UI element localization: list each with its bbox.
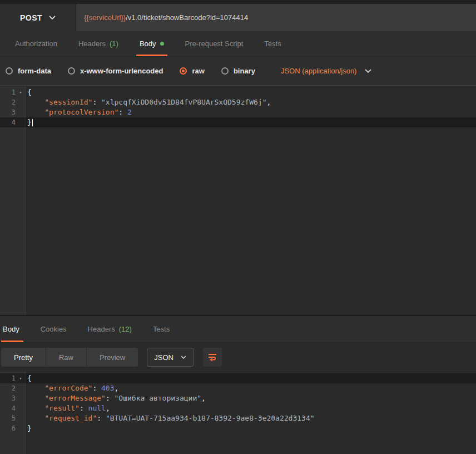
format-label: JSON bbox=[154, 353, 173, 362]
format-selector[interactable]: JSON bbox=[147, 348, 194, 367]
code-token: : bbox=[118, 108, 127, 116]
method-label: POST bbox=[20, 13, 42, 22]
code-token: , bbox=[115, 384, 119, 392]
text-cursor bbox=[32, 119, 33, 126]
code-token: : bbox=[92, 384, 101, 392]
code-line[interactable]: 6 } bbox=[0, 423, 476, 433]
request-body-editor[interactable]: 1 ▾ { 2 "sessionId": "xlpcqfXiOD0dv51D84… bbox=[0, 86, 476, 315]
code-line[interactable]: 5 "request_id": "BTUAT=UAT-715aa934-b187… bbox=[0, 413, 476, 423]
code-text: "errorMessage": "Ошибка авторизации", bbox=[26, 393, 206, 403]
fold-gutter bbox=[16, 403, 26, 413]
response-body-editor[interactable]: 1 ▾ { 2 "errorCode": 403, 3 "errorMessag… bbox=[0, 372, 476, 454]
code-token: null bbox=[88, 404, 106, 412]
line-number: 1 bbox=[0, 373, 16, 383]
tab-authorization[interactable]: Authorization bbox=[4, 31, 68, 56]
code-token: "errorMessage" bbox=[44, 394, 106, 402]
tab-label: Body bbox=[3, 325, 19, 333]
code-token: , bbox=[106, 404, 110, 412]
code-token: 2 bbox=[127, 108, 132, 116]
code-text: "errorCode": 403, bbox=[26, 383, 118, 393]
tab-label: Pre-request Script bbox=[185, 40, 244, 48]
tab-pre-request-script[interactable]: Pre-request Script bbox=[175, 31, 254, 56]
code-token: "request_id" bbox=[44, 414, 97, 422]
code-line[interactable]: 2 "sessionId": "xlpcqfXiOD0dv51D84fvP8UA… bbox=[0, 97, 476, 107]
url-path: /v1.0/ticket/showBarcode?id=1074414 bbox=[126, 13, 248, 22]
button-label: Preview bbox=[100, 353, 125, 362]
request-url-bar: POST {{serviceUrl}}/v1.0/ticket/showBarc… bbox=[0, 0, 476, 31]
content-type-label: JSON (application/json) bbox=[281, 67, 357, 75]
line-number: 4 bbox=[0, 403, 16, 413]
code-text: "protocolVersion": 2 bbox=[26, 107, 132, 117]
code-text: { bbox=[26, 87, 32, 97]
content-type-selector[interactable]: JSON (application/json) bbox=[281, 67, 372, 75]
radio-icon bbox=[68, 67, 75, 75]
code-text: } bbox=[26, 423, 32, 433]
code-line[interactable]: 4 "result": null, bbox=[0, 403, 476, 413]
body-type-bar: form-data x-www-form-urlencoded raw bina… bbox=[0, 57, 476, 86]
code-line-active[interactable]: 4 } bbox=[0, 117, 476, 127]
tab-response-headers[interactable]: Headers (12) bbox=[77, 316, 142, 342]
code-token: } bbox=[27, 424, 32, 432]
radio-form-data[interactable]: form-data bbox=[6, 67, 51, 75]
code-token: { bbox=[27, 374, 32, 382]
code-line[interactable]: 1 ▾ { bbox=[0, 87, 476, 97]
code-line[interactable]: 2 "errorCode": 403, bbox=[0, 383, 476, 393]
line-number: 3 bbox=[0, 107, 16, 117]
tab-cookies[interactable]: Cookies bbox=[30, 316, 77, 342]
radio-icon bbox=[221, 67, 229, 75]
tab-body[interactable]: Body bbox=[129, 31, 175, 56]
chevron-down-icon bbox=[49, 16, 56, 19]
line-number: 6 bbox=[0, 423, 16, 433]
raw-button[interactable]: Raw bbox=[46, 348, 87, 367]
button-label: Raw bbox=[59, 353, 73, 362]
tab-tests[interactable]: Tests bbox=[254, 31, 291, 56]
fold-caret-icon[interactable]: ▾ bbox=[16, 373, 26, 383]
code-token: "protocolVersion" bbox=[44, 108, 118, 116]
code-line[interactable]: 3 "protocolVersion": 2 bbox=[0, 107, 476, 117]
tab-headers[interactable]: Headers (1) bbox=[68, 31, 129, 56]
tab-response-body[interactable]: Body bbox=[1, 316, 30, 342]
code-text: "sessionId": "xlpcqfXiOD0dv51D84fvP8UArS… bbox=[26, 97, 271, 107]
code-token: : bbox=[106, 394, 115, 402]
code-text: } bbox=[26, 117, 33, 127]
code-token: "BTUAT=UAT-715aa934-b187-8392-9ae8-3e20a… bbox=[106, 414, 315, 422]
fold-gutter bbox=[16, 393, 26, 403]
code-token: "sessionId" bbox=[44, 98, 92, 106]
chevron-down-icon bbox=[181, 356, 186, 359]
radio-label: binary bbox=[234, 67, 255, 75]
code-line[interactable]: 3 "errorMessage": "Ошибка авторизации", bbox=[0, 393, 476, 403]
code-token: "result" bbox=[44, 404, 80, 412]
wrap-text-button[interactable] bbox=[203, 348, 222, 367]
url-input[interactable]: {{serviceUrl}}/v1.0/ticket/showBarcode?i… bbox=[76, 4, 476, 31]
method-selector[interactable]: POST bbox=[0, 4, 76, 31]
line-number: 2 bbox=[0, 97, 16, 107]
code-token: } bbox=[27, 118, 32, 126]
code-line-active[interactable]: 1 ▾ { bbox=[0, 373, 476, 383]
line-number: 5 bbox=[0, 413, 16, 423]
radio-binary[interactable]: binary bbox=[221, 67, 255, 75]
code-token: "Ошибка авторизации" bbox=[115, 394, 202, 402]
fold-gutter bbox=[16, 97, 26, 107]
code-token: , bbox=[266, 98, 271, 106]
fold-gutter bbox=[16, 117, 26, 127]
tab-response-tests[interactable]: Tests bbox=[142, 316, 180, 342]
view-mode-group: Pretty Raw Preview bbox=[1, 348, 138, 367]
line-number: 2 bbox=[0, 383, 16, 393]
tab-label: Body bbox=[140, 40, 156, 48]
code-token: : bbox=[92, 98, 101, 106]
radio-icon bbox=[6, 67, 13, 75]
text-wrap-icon bbox=[207, 352, 218, 363]
fold-gutter bbox=[16, 423, 26, 433]
headers-count-badge: (12) bbox=[119, 325, 132, 333]
fold-gutter bbox=[16, 413, 26, 423]
radio-raw[interactable]: raw bbox=[180, 67, 204, 75]
preview-button[interactable]: Preview bbox=[87, 348, 138, 367]
radio-x-www-form-urlencoded[interactable]: x-www-form-urlencoded bbox=[68, 67, 163, 75]
line-number: 1 bbox=[0, 87, 16, 97]
code-token: : bbox=[97, 414, 106, 422]
fold-caret-icon[interactable]: ▾ bbox=[16, 87, 26, 97]
green-dot-icon bbox=[160, 42, 164, 46]
code-token: { bbox=[27, 88, 32, 96]
radio-label: raw bbox=[192, 67, 204, 75]
pretty-button[interactable]: Pretty bbox=[1, 348, 46, 367]
